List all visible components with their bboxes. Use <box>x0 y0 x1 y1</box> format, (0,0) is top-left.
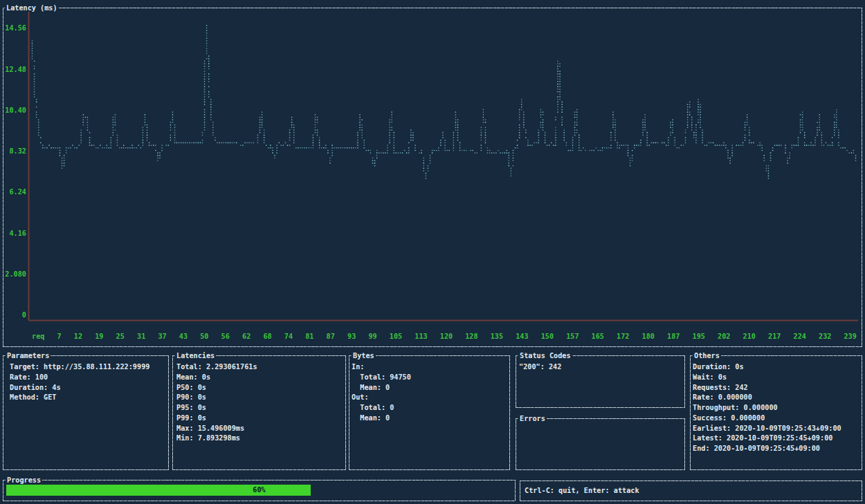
plot-dot <box>545 140 546 141</box>
y-tick-label: 12.48 <box>3 65 26 75</box>
plot-dot <box>145 117 146 118</box>
x-tick-label: 81 <box>305 332 313 342</box>
plot-dot <box>749 132 750 133</box>
plot-dot <box>838 137 839 138</box>
plot-dot <box>672 132 673 133</box>
plot-dot <box>430 160 431 161</box>
plot-dot <box>519 111 520 113</box>
plot-dot <box>349 147 350 149</box>
plot-dot <box>836 122 837 123</box>
plot-dot <box>519 117 520 118</box>
plot-dot <box>315 127 316 128</box>
plot-dot <box>319 144 320 146</box>
plot-dot <box>357 142 358 144</box>
plot-dot <box>212 135 214 136</box>
plot-dot <box>359 114 361 115</box>
plot-dot <box>317 119 318 120</box>
plot-dot <box>747 114 748 115</box>
plot-dot <box>576 114 578 115</box>
plot-dot <box>715 144 716 146</box>
plot-dot <box>102 147 103 149</box>
plot-dot <box>240 144 242 146</box>
plot-dot <box>619 144 620 146</box>
plot-dot <box>644 129 646 131</box>
plot-dot <box>36 99 37 100</box>
plot-dot <box>561 104 563 105</box>
plot-dot <box>444 150 446 151</box>
plot-dot <box>751 142 752 144</box>
plot-dot <box>34 91 35 93</box>
plot-dot <box>357 132 358 133</box>
plot-dot <box>483 111 484 113</box>
plot-dot <box>410 140 412 141</box>
plot-dot <box>140 147 141 149</box>
plot-dot <box>817 135 818 136</box>
plot-dot <box>725 144 727 146</box>
plot-dot <box>432 150 433 151</box>
plot-dot <box>650 142 652 144</box>
plot-dot <box>557 71 558 72</box>
plot-dot <box>698 104 699 105</box>
plot-dot <box>278 142 280 144</box>
plot-dot <box>204 104 206 105</box>
plot-dot <box>749 135 750 136</box>
plot-dot <box>208 81 210 82</box>
plot-dot <box>804 137 805 138</box>
plot-dot <box>385 152 386 153</box>
plot-dot <box>810 144 812 146</box>
plot-dot <box>691 122 693 123</box>
plot-dot <box>670 122 671 123</box>
plot-dot <box>440 140 441 141</box>
x-tick-label: 165 <box>592 332 604 342</box>
plot-dot <box>393 135 394 136</box>
plot-dot <box>204 122 206 123</box>
plot-dot <box>300 147 301 149</box>
plot-dot <box>113 127 114 128</box>
plot-dot <box>208 66 210 67</box>
plot-dot <box>689 111 691 113</box>
plot-dot <box>82 114 84 115</box>
x-tick-label: 105 <box>390 332 402 342</box>
plot-dot <box>508 165 509 167</box>
plot-dot <box>579 142 580 144</box>
plot-dot <box>695 140 697 141</box>
plot-dot <box>143 142 144 144</box>
plot-dot <box>662 142 663 144</box>
plot-dot <box>687 109 689 111</box>
plot-dot <box>770 158 772 159</box>
plot-dot <box>538 132 540 133</box>
plot-dot <box>513 160 514 161</box>
plot-dot <box>559 76 561 77</box>
plot-dot <box>747 117 748 118</box>
plot-dot <box>785 152 786 153</box>
plot-dot <box>521 104 522 105</box>
plot-dot <box>272 147 273 149</box>
plot-dot <box>174 132 176 133</box>
plot-dot <box>763 155 765 156</box>
plot-dot <box>32 58 33 59</box>
plot-dot <box>457 122 459 123</box>
plot-dot <box>389 122 390 123</box>
plot-dot <box>260 122 261 123</box>
errors-title: Errors <box>518 413 547 424</box>
plot-dot <box>702 132 703 133</box>
plot-dot <box>723 142 725 144</box>
x-tick-label: 99 <box>368 332 376 342</box>
plot-dot <box>257 137 259 138</box>
plot-dot <box>34 94 35 95</box>
plot-dot <box>574 117 576 118</box>
plot-dot <box>157 155 158 156</box>
parameters-target: Target: http://35.88.111.222:9999 <box>10 362 168 373</box>
plot-dot <box>295 147 297 149</box>
plot-dot <box>210 111 212 113</box>
plot-dot <box>387 147 388 149</box>
terminal-screen[interactable]: Latency (ms) 14.5612.4810.408.326.244.16… <box>0 0 865 504</box>
plot-dot <box>204 81 206 82</box>
plot-dot <box>389 135 390 136</box>
plot-dot <box>610 135 612 136</box>
plot-dot <box>619 147 620 149</box>
plot-dot <box>628 144 629 146</box>
bytes-out: Out: <box>352 393 509 403</box>
plot-dot <box>91 144 93 146</box>
plot-dot <box>572 137 574 138</box>
